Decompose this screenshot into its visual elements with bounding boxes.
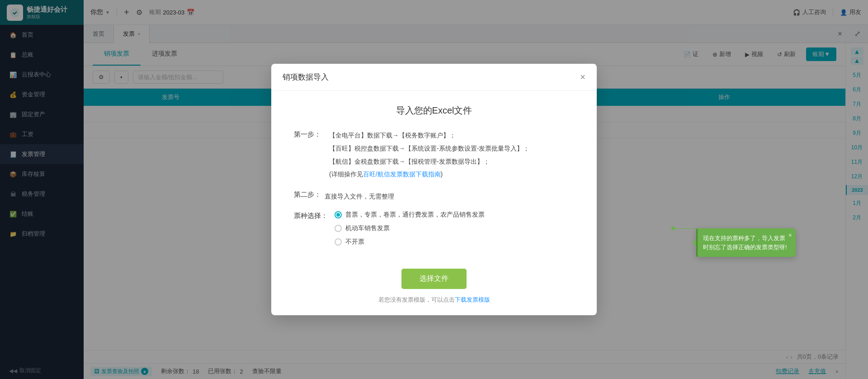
step-1-link-suffix: ): [441, 171, 443, 178]
radio-group: 普票，专票，卷票，通行费发票，农产品销售发票 机动车销售发票 不开票: [335, 211, 485, 246]
radio-3-circle: [335, 238, 342, 246]
modal: 销项数据导入 × 导入您的Excel文件 第一步： 【全电平台】数据下载→【税务…: [271, 64, 597, 315]
step-1-line-2: 【百旺】税控盘数据下载→【系统设置-系统参数设置-发票批量导入】；: [329, 143, 529, 154]
radio-1-dot: [336, 213, 340, 217]
step-1-content: 【全电平台】数据下载→【税务数字账户】； 【百旺】税控盘数据下载→【系统设置-系…: [325, 130, 529, 182]
step-2-text: 直接导入文件，无需整理: [325, 191, 394, 202]
modal-body: 导入您的Excel文件 第一步： 【全电平台】数据下载→【税务数字账户】； 【百…: [271, 91, 597, 262]
radio-option-3[interactable]: 不开票: [335, 238, 485, 246]
step-2-label: 第二步：: [294, 190, 321, 199]
step-1-link-prefix: (详细操作见: [329, 171, 363, 178]
step-1-line-3: 【航信】金税盘数据下载→【报税管理-发票数据导出】；: [329, 156, 529, 167]
download-template-link[interactable]: 下载发票模版: [455, 296, 490, 303]
modal-overlay: 销项数据导入 × 导入您的Excel文件 第一步： 【全电平台】数据下载→【税务…: [0, 0, 868, 379]
modal-title: 销项数据导入: [283, 72, 329, 82]
modal-close-btn[interactable]: ×: [580, 72, 585, 82]
tooltip-dot: [671, 227, 675, 230]
modal-footer: 选择文件 若您没有发票模版，可以点击下载发票模版: [271, 262, 597, 315]
tooltip-left-bar: [696, 228, 698, 257]
ticket-select-label: 票种选择：: [294, 211, 328, 220]
radio-1-circle: [335, 211, 342, 218]
step-1-section: 第一步： 【全电平台】数据下载→【税务数字账户】； 【百旺】税控盘数据下载→【系…: [294, 130, 574, 182]
step-1-link-line: (详细操作见百旺/航信发票数据下载指南): [329, 169, 529, 180]
modal-header: 销项数据导入 ×: [271, 64, 597, 91]
tooltip-close-btn[interactable]: ×: [788, 231, 792, 240]
radio-option-1[interactable]: 普票，专票，卷票，通行费发票，农产品销售发票: [335, 211, 485, 219]
step-1-label: 第一步：: [294, 130, 321, 139]
tooltip-text: 现在支持的票种多了，导入发票时别忘了选择正确的发票类型呀!: [703, 235, 787, 251]
modal-main-title: 导入您的Excel文件: [294, 104, 574, 117]
tooltip-line: [674, 228, 696, 229]
download-guide-link[interactable]: 百旺/航信发票数据下载指南: [363, 171, 441, 178]
ticket-select-section: 票种选择： 普票，专票，卷票，通行费发票，农产品销售发票 机动车销售发票: [294, 211, 574, 246]
footer-note-prefix: 若您没有发票模版，可以点击: [378, 296, 455, 303]
select-file-btn[interactable]: 选择文件: [401, 269, 467, 289]
step-1-line-1: 【全电平台】数据下载→【税务数字账户】；: [329, 130, 529, 141]
step-2-section: 第二步： 直接导入文件，无需整理: [294, 190, 574, 203]
radio-2-circle: [335, 225, 342, 232]
radio-option-2[interactable]: 机动车销售发票: [335, 224, 485, 232]
tooltip-popup: × 现在支持的票种多了，导入发票时别忘了选择正确的发票类型呀!: [696, 228, 796, 257]
modal-footer-note: 若您没有发票模版，可以点击下载发票模版: [294, 296, 574, 304]
